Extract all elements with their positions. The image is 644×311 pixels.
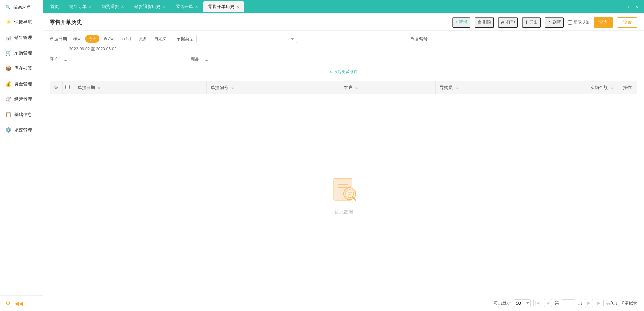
collapse-icon: ∧ (329, 70, 332, 74)
product-label: 商品 (191, 56, 199, 62)
next-page-btn[interactable]: ▶ (585, 299, 593, 307)
per-page-select[interactable]: 102050100 (514, 299, 531, 307)
setting-button[interactable]: 设置 (617, 17, 637, 28)
customer-filter-item: 客户 (50, 55, 184, 63)
first-page-btn[interactable]: |◀ (533, 299, 541, 307)
doc-type-filter-item: 单据类型 (176, 35, 403, 43)
th-amount-label: 实销金额 (590, 85, 608, 90)
collapse-sidebar-icon[interactable]: ◀◀ (15, 300, 23, 307)
total-text: 共0页，0条记录 (606, 300, 637, 306)
print-button[interactable]: 🖨 打印 (498, 17, 518, 28)
date-btn-today[interactable]: 今天 (85, 35, 99, 43)
th-amount-sort[interactable]: ⇅ (610, 86, 613, 90)
last-page-btn[interactable]: ▶| (596, 299, 604, 307)
tab-label-home: 首页 (50, 4, 59, 10)
th-doc-no-sort[interactable]: ⇅ (231, 86, 234, 90)
collapse-filter-bar[interactable]: ∧ 收起更多条件 (50, 67, 637, 77)
nav-icon-sys-mgmt: ⚙️ (5, 127, 12, 133)
th-doc-date: 单据日期 ⇅ (73, 81, 207, 94)
tab-close-sales-return-history[interactable]: ✕ (162, 5, 165, 9)
tab-close-sales-return[interactable]: ✕ (121, 5, 124, 9)
table-header-row: ⚙ 单据日期 ⇅ 单据编号 ⇅ (50, 81, 637, 94)
table-area: ⚙ 单据日期 ⇅ 单据编号 ⇅ (43, 81, 644, 295)
th-guide-sort[interactable]: ⇅ (455, 86, 458, 90)
tab-close-retail-open[interactable]: ✕ (195, 5, 198, 9)
doc-type-label: 单据类型 (176, 36, 194, 42)
th-customer-sort[interactable]: ⇅ (355, 86, 358, 90)
tab-label-sales-return: 销货退货 (102, 4, 119, 10)
nav-label-quick-nav: 快捷导航 (14, 19, 32, 25)
show-detail-toggle[interactable]: 显示明细 (568, 20, 590, 25)
tab-label-retail-history: 零售开单历史 (208, 4, 234, 10)
product-input[interactable] (202, 55, 336, 63)
tab-close-retail-history[interactable]: ✕ (236, 5, 239, 9)
doc-no-input[interactable] (430, 35, 531, 43)
collapse-label: 收起更多条件 (334, 69, 358, 75)
select-all-checkbox[interactable] (65, 85, 70, 89)
nav-label-operation: 经营管理 (14, 96, 32, 102)
th-amount: 实销金额 ⇅ (550, 81, 617, 94)
tab-sales-order[interactable]: 销售订单✕ (64, 1, 96, 12)
tabs-left: 首页销售订单✕销货退货✕销货退货历史✕零售开单✕零售开单历史✕ (46, 1, 244, 12)
sidebar: 🔍 搜索采单 ⚡快捷导航📊销售管理🛒采购管理📦库存核算💰资金管理📈经营管理📋基础… (0, 0, 43, 311)
filter-area: 单据日期 昨天今天近7天近1月更多自定义 单据类型 单据编号 2023-06- (43, 31, 644, 81)
tab-home[interactable]: 首页 (46, 1, 64, 12)
show-detail-checkbox[interactable] (568, 20, 572, 25)
sidebar-item-sys-mgmt[interactable]: ⚙️系统管理 (0, 122, 43, 138)
tab-sales-return[interactable]: 销货退货✕ (97, 1, 129, 12)
prev-page-btn[interactable]: ◀ (544, 299, 552, 307)
nav-label-sys-mgmt: 系统管理 (14, 127, 32, 133)
page-number-input[interactable]: 1 (562, 299, 575, 307)
date-btn-more[interactable]: 更多 (136, 35, 150, 43)
pagination: 每页显示 102050100 |◀ ◀ 第 1 页 ▶ ▶| 共0页，0条记录 (43, 295, 644, 311)
nav-icon-inventory: 📦 (5, 65, 12, 71)
export-button[interactable]: ⬇ 导出 (522, 17, 541, 28)
new-button[interactable]: + 新增 (452, 17, 470, 28)
table-settings-icon[interactable]: ⚙ (52, 83, 60, 92)
page-title: 零售开单历史 (50, 19, 82, 26)
refresh-button[interactable]: ↺ 刷新 (545, 17, 564, 28)
sidebar-item-quick-nav[interactable]: ⚡快捷导航 (0, 14, 43, 30)
sidebar-item-finance[interactable]: 💰资金管理 (0, 76, 43, 92)
th-customer: 客户 ⇅ (340, 81, 435, 94)
sidebar-item-sales-mgmt[interactable]: 📊销售管理 (0, 30, 43, 45)
filter-row-1: 单据日期 昨天今天近7天近1月更多自定义 单据类型 单据编号 (50, 35, 637, 43)
page-header: 零售开单历史 + 新增 🗑 删除 🖨 打印 ⬇ 导出 ↺ 刷新 显示明细 查询 … (43, 13, 644, 31)
tab-sales-return-history[interactable]: 销货退货历史✕ (130, 1, 170, 12)
date-btn-last1month[interactable]: 近1月 (118, 35, 135, 43)
date-range-text: 2023-06-02 至 2023-06-02 (69, 46, 116, 52)
doc-no-label: 单据编号 (410, 36, 428, 42)
customer-input[interactable] (61, 55, 184, 63)
sidebar-item-inventory[interactable]: 📦库存核算 (0, 61, 43, 76)
settings-icon[interactable]: ⚙ (5, 300, 11, 307)
th-doc-date-sort[interactable]: ⇅ (98, 86, 100, 90)
query-button[interactable]: 查询 (594, 17, 613, 28)
date-btn-yesterday[interactable]: 昨天 (70, 35, 84, 43)
empty-text: 暂无数据 (334, 209, 353, 215)
date-btn-last7days[interactable]: 近7天 (101, 35, 117, 43)
nav-label-base-info: 基础信息 (14, 112, 32, 118)
sidebar-search[interactable]: 🔍 搜索采单 (0, 0, 43, 14)
tab-retail-open[interactable]: 零售开单✕ (171, 1, 203, 12)
sidebar-item-base-info[interactable]: 📋基础信息 (0, 107, 43, 122)
customer-label: 客户 (50, 56, 58, 62)
tabs-bar: 首页销售订单✕销货退货✕销货退货历史✕零售开单✕零售开单历史✕ ─ □ ✕ (43, 0, 644, 13)
date-filter-item: 单据日期 昨天今天近7天近1月更多自定义 (50, 35, 169, 43)
page-label: 第 (555, 300, 559, 306)
doc-type-select[interactable] (196, 35, 297, 43)
nav-icon-purchase-mgmt: 🛒 (5, 50, 12, 56)
tab-close-sales-order[interactable]: ✕ (89, 5, 92, 9)
nav-label-purchase-mgmt: 采购管理 (14, 50, 32, 56)
empty-illustration (325, 173, 362, 204)
window-close[interactable]: ✕ (635, 4, 639, 9)
delete-button[interactable]: 🗑 删除 (475, 17, 494, 28)
date-btn-custom[interactable]: 自定义 (151, 35, 169, 43)
sidebar-search-label: 搜索采单 (13, 4, 31, 10)
doc-no-filter-item: 单据编号 (410, 35, 637, 43)
window-minimize[interactable]: ─ (621, 4, 624, 9)
tab-retail-history[interactable]: 零售开单历史✕ (203, 1, 244, 12)
sidebar-item-operation[interactable]: 📈经营管理 (0, 92, 43, 107)
window-maximize[interactable]: □ (628, 4, 631, 9)
sidebar-item-purchase-mgmt[interactable]: 🛒采购管理 (0, 45, 43, 61)
date-buttons: 昨天今天近7天近1月更多自定义 (70, 35, 169, 43)
